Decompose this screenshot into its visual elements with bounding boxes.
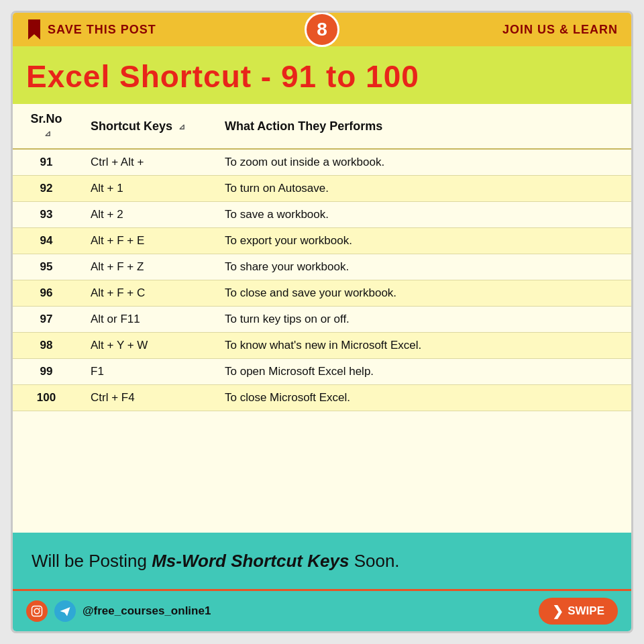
social-icons: @free_courses_online1	[26, 600, 211, 622]
table-row: 93Alt + 2To save a workbook.	[13, 202, 631, 228]
cell-srno: 93	[13, 202, 80, 228]
table-row: 92Alt + 1To turn on Autosave.	[13, 176, 631, 202]
table-section: Sr.No ⊿ Shortcut Keys ⊿ What Action They…	[13, 104, 631, 533]
cell-action: To close and save your workbook.	[214, 280, 631, 307]
cell-srno: 95	[13, 254, 80, 280]
top-bar: SAVE THIS POST 8 JOIN US & LEARN	[13, 13, 631, 46]
table-row: 95Alt + F + ZTo share your workbook.	[13, 254, 631, 280]
cell-srno: 98	[13, 333, 80, 359]
cell-srno: 99	[13, 359, 80, 385]
footer-teaser: Will be Posting Ms-Word Shortcut Keys So…	[13, 533, 631, 589]
cell-keys: Alt + F + C	[80, 280, 214, 307]
cell-action: To know what's new in Microsoft Excel.	[214, 333, 631, 359]
cell-keys: Alt or F11	[80, 307, 214, 333]
social-handle: @free_courses_online1	[83, 604, 211, 618]
svg-point-1	[34, 608, 40, 614]
card: SAVE THIS POST 8 JOIN US & LEARN Excel S…	[11, 11, 633, 633]
cell-srno: 100	[13, 385, 80, 411]
table-body: 91Ctrl + Alt +To zoom out inside a workb…	[13, 149, 631, 411]
bookmark-icon	[26, 19, 42, 40]
cell-action: To share your workbook.	[214, 254, 631, 280]
footer-teaser-text: Will be Posting Ms-Word Shortcut Keys So…	[32, 549, 612, 573]
cell-srno: 97	[13, 307, 80, 333]
outer-wrapper: SAVE THIS POST 8 JOIN US & LEARN Excel S…	[0, 0, 644, 644]
table-row: 100Ctrl + F4To close Microsoft Excel.	[13, 385, 631, 411]
svg-rect-0	[32, 606, 42, 616]
badge-number: 8	[305, 12, 339, 47]
shortcuts-table: Sr.No ⊿ Shortcut Keys ⊿ What Action They…	[13, 104, 631, 411]
cell-keys: Alt + 1	[80, 176, 214, 202]
cell-keys: Ctrl + F4	[80, 385, 214, 411]
cell-action: To turn on Autosave.	[214, 176, 631, 202]
cell-keys: Alt + 2	[80, 202, 214, 228]
telegram-icon	[54, 600, 76, 622]
cell-action: To turn key tips on or off.	[214, 307, 631, 333]
cell-keys: Alt + Y + W	[80, 333, 214, 359]
cell-action: To export your workbook.	[214, 228, 631, 254]
cell-srno: 94	[13, 228, 80, 254]
table-row: 99F1To open Microsoft Excel help.	[13, 359, 631, 385]
cell-srno: 96	[13, 280, 80, 307]
cell-action: To open Microsoft Excel help.	[214, 359, 631, 385]
cell-keys: Alt + F + E	[80, 228, 214, 254]
col-srno: Sr.No ⊿	[13, 104, 80, 149]
table-header: Sr.No ⊿ Shortcut Keys ⊿ What Action They…	[13, 104, 631, 149]
cell-action: To zoom out inside a workbook.	[214, 149, 631, 176]
bottom-bar: @free_courses_online1 ❯ SWIPE	[13, 589, 631, 631]
table-row: 96Alt + F + CTo close and save your work…	[13, 280, 631, 307]
table-row: 91Ctrl + Alt +To zoom out inside a workb…	[13, 149, 631, 176]
cell-keys: F1	[80, 359, 214, 385]
svg-point-2	[39, 608, 40, 609]
cell-keys: Alt + F + Z	[80, 254, 214, 280]
page-title: Excel Shortcut - 91 to 100	[26, 58, 618, 95]
top-bar-left: SAVE THIS POST	[26, 19, 156, 40]
cell-srno: 91	[13, 149, 80, 176]
filter-icon-srno: ⊿	[43, 129, 52, 138]
col-keys: Shortcut Keys ⊿	[80, 104, 214, 149]
swipe-label: SWIPE	[568, 604, 604, 618]
col-action: What Action They Performs	[214, 104, 631, 149]
instagram-icon	[26, 600, 48, 622]
cell-srno: 92	[13, 176, 80, 202]
cell-action: To save a workbook.	[214, 202, 631, 228]
table-row: 94Alt + F + ETo export your workbook.	[13, 228, 631, 254]
table-row: 97Alt or F11To turn key tips on or off.	[13, 307, 631, 333]
join-us-label: JOIN US & LEARN	[502, 23, 618, 37]
cell-keys: Ctrl + Alt +	[80, 149, 214, 176]
swipe-arrow-icon: ❯	[552, 603, 564, 619]
cell-action: To close Microsoft Excel.	[214, 385, 631, 411]
save-this-post-label: SAVE THIS POST	[48, 23, 156, 37]
title-section: Excel Shortcut - 91 to 100	[13, 46, 631, 104]
filter-icon-keys: ⊿	[178, 122, 188, 131]
table-row: 98Alt + Y + WTo know what's new in Micro…	[13, 333, 631, 359]
swipe-button[interactable]: ❯ SWIPE	[539, 598, 618, 625]
